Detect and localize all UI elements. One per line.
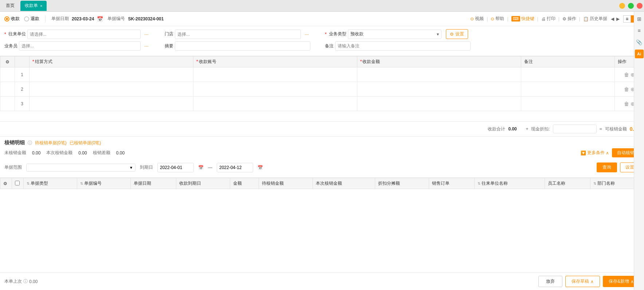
nav-prev[interactable]: ◀ xyxy=(610,16,615,21)
store-more-btn[interactable]: ··· xyxy=(303,31,310,37)
form-section: * 往来单位 ··· 门店 ··· * 业务类型 预收款 ▾ xyxy=(0,26,644,56)
bt-col-amount: 金额 xyxy=(230,178,259,189)
row-3-remark[interactable] xyxy=(521,97,614,111)
done-tab[interactable]: 已核销单据(0笔) xyxy=(70,140,101,146)
close-tab-icon[interactable]: × xyxy=(40,4,42,8)
sidebar-table-icon[interactable]: ⊞ xyxy=(635,15,644,23)
row-1-amount[interactable] xyxy=(357,67,521,82)
settings-button[interactable]: ⚙ 设置 xyxy=(446,29,468,39)
calendar-icon-2[interactable]: 📅 xyxy=(198,165,204,170)
row-3-delete-btn[interactable]: 🗑 xyxy=(624,101,629,107)
close-button[interactable] xyxy=(637,3,643,9)
sidebar-clip-icon[interactable]: 📎 xyxy=(635,38,644,47)
row-3-gear xyxy=(0,97,15,111)
row-1-delete-btn[interactable]: 🗑 xyxy=(624,72,629,78)
query-button[interactable]: 查询 xyxy=(597,162,617,172)
sidebar-ai-icon[interactable]: Ai xyxy=(635,50,644,58)
action-video[interactable]: ⊙ 视频 xyxy=(470,16,484,22)
toolbar-actions: ⊙ 视频 | ⊙ 帮助 | ⌨ 快捷键 | 🖨 打印 | ⚙ 操作 xyxy=(470,15,640,23)
row-2-amount[interactable] xyxy=(357,82,521,97)
row-1-num: 1 xyxy=(15,67,30,82)
calendar-icon-1[interactable]: 📅 xyxy=(97,16,103,22)
maximize-button[interactable] xyxy=(628,3,634,9)
writeoff-title: 核销明细 xyxy=(4,140,25,146)
biz-type-field: * 业务类型 预收款 ▾ xyxy=(325,30,441,39)
row-2-remark[interactable] xyxy=(521,82,614,97)
save-draft-button[interactable]: 保存草稿 ∧ xyxy=(565,276,600,287)
action-operation[interactable]: ⚙ 操作 xyxy=(562,16,576,22)
filter-row: 单据范围 ▾ 到期日 📅 — 📅 查询 设置 xyxy=(4,160,640,175)
tab-receipt[interactable]: 收款单 × xyxy=(20,1,47,11)
row-2-account[interactable] xyxy=(193,82,357,97)
writeoff-section: 核销明细 ⓘ 待核销单据(0笔) 已核销单据(0笔) 未核销金额 0.00 本次… xyxy=(0,137,644,178)
action-history[interactable]: 📋 历史单据 xyxy=(583,16,607,22)
row-3-amount[interactable] xyxy=(357,97,521,111)
counterpart-input[interactable] xyxy=(27,30,141,39)
bottom-bar: 本单上次 ⓘ 0.00 放弃 保存草稿 ∧ 保存&新增 ∧ xyxy=(0,273,644,290)
counterpart-more-btn[interactable]: ··· xyxy=(143,31,150,37)
stat-label-2: 核销差额 xyxy=(93,150,110,156)
discount-input[interactable] xyxy=(553,125,597,133)
row-2-settle[interactable] xyxy=(30,82,193,97)
toolbar-row: 收款 退款 单据日期 2023-03-24 📅 单据编号 SK-20230324… xyxy=(0,12,644,26)
row-3-account[interactable] xyxy=(193,97,357,111)
table-row: 2 🗑 ⊕ xyxy=(0,82,644,97)
nav-next[interactable]: ▶ xyxy=(616,16,620,21)
row-1-account[interactable] xyxy=(193,67,357,82)
bottom-info-icon[interactable]: ⓘ xyxy=(23,278,28,285)
print-icon: 🖨 xyxy=(541,16,546,21)
bt-col-employee: 员工名称 xyxy=(545,178,590,189)
discount-label: 现金折扣: xyxy=(531,126,550,132)
col-gear: ⚙ xyxy=(0,56,15,67)
tab-home-label: 首页 xyxy=(6,3,15,9)
action-help[interactable]: ⊙ 帮助 xyxy=(491,16,504,22)
bottom-info-label: 本单上次 xyxy=(4,278,22,285)
col-remark: 备注 xyxy=(521,56,614,67)
row-1-remark[interactable] xyxy=(521,67,614,82)
action-shortcut[interactable]: ⌨ 快捷键 xyxy=(511,16,534,22)
radio-receipt[interactable]: 收款 xyxy=(4,16,20,22)
bottom-info-value: 0.00 xyxy=(29,279,38,284)
minimize-button[interactable] xyxy=(619,3,625,9)
bt-gear-icon[interactable]: ⚙ xyxy=(3,181,7,186)
biz-type-label: 业务类型 xyxy=(329,31,346,37)
remark-input[interactable] xyxy=(335,41,471,51)
counterpart-field: * 往来单位 ··· xyxy=(4,30,150,39)
save-arrow-icon: ∧ xyxy=(631,279,634,284)
writeoff-info-icon[interactable]: ⓘ xyxy=(28,140,32,146)
summary-input[interactable] xyxy=(175,41,310,51)
row-3-settle[interactable] xyxy=(30,97,193,111)
settings-area: ⚙ 设置 xyxy=(446,29,468,39)
date-from-input[interactable] xyxy=(157,163,194,172)
tab-home[interactable]: 首页 xyxy=(1,1,19,11)
more-conditions-btn[interactable]: 🔽 更多条件 ∧ xyxy=(581,150,609,156)
date-sep: — xyxy=(208,165,212,170)
settings-btn-label: 设置 xyxy=(455,31,464,37)
help-icon: ⊙ xyxy=(491,16,494,21)
date-to-input[interactable] xyxy=(217,163,253,172)
calendar-icon-3[interactable]: 📅 xyxy=(258,165,263,170)
gear-icon[interactable]: ⚙ xyxy=(5,59,9,64)
range-select[interactable]: ▾ xyxy=(26,164,136,172)
layout-list-btn[interactable]: ≡ xyxy=(623,15,631,23)
pending-tab[interactable]: 待核销单据(0笔) xyxy=(35,140,67,146)
bt-col-current: 本次核销金额 xyxy=(313,178,375,189)
stat-label-1: 本次核销金额 xyxy=(46,150,72,156)
salesperson-more-btn[interactable]: ··· xyxy=(143,43,150,49)
doc-no-info: 单据编号 SK-20230324-001 xyxy=(107,16,164,22)
table-body: 1 🗑 ⊕ 2 xyxy=(0,67,644,111)
select-all-checkbox[interactable] xyxy=(15,181,20,185)
row-1-settle[interactable] xyxy=(30,67,193,82)
bt-col-check xyxy=(12,178,24,189)
abandon-button[interactable]: 放弃 xyxy=(538,276,562,287)
table-header: ⚙ *结算方式 *收款账号 *收款金额 备注 操作 xyxy=(0,56,644,67)
salesperson-input[interactable] xyxy=(19,41,141,51)
bottom-table: ⚙ ⇅ 单据类型 ⇅ 单据编号 单据日期 收款到期日 金额 待核销金额 本次核销… xyxy=(0,178,644,189)
row-2-delete-btn[interactable]: 🗑 xyxy=(624,86,629,92)
store-input[interactable] xyxy=(175,30,301,39)
form-row-1: * 往来单位 ··· 门店 ··· * 业务类型 预收款 ▾ xyxy=(4,29,640,39)
biz-type-select[interactable]: 预收款 ▾ xyxy=(348,30,441,39)
action-print[interactable]: 🖨 打印 xyxy=(541,16,555,22)
radio-refund[interactable]: 退款 xyxy=(24,16,39,22)
sidebar-list-icon[interactable]: ≡ xyxy=(635,26,644,35)
